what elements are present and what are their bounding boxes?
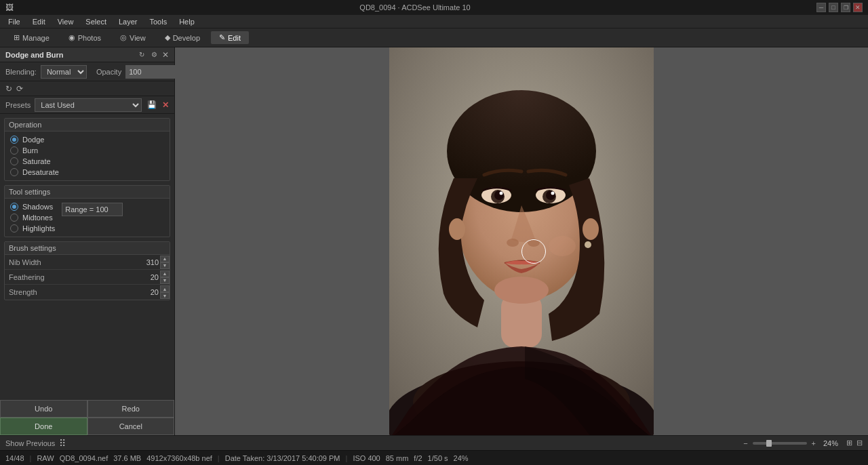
undo-button[interactable]: Undo	[0, 400, 87, 418]
done-cancel-row: Done Cancel	[0, 418, 174, 435]
blending-label: Blending:	[5, 68, 37, 76]
radio-highlights-circle[interactable]	[10, 224, 18, 232]
titlebar: 🖼 QD8_0094 · ACDSee Ultimate 10 ─ □ ❐ ✕	[0, 0, 868, 15]
strength-up[interactable]: ▲	[160, 285, 170, 292]
radio-shadows[interactable]: Shadows	[10, 203, 55, 211]
menu-select[interactable]: Select	[80, 16, 112, 27]
panel-settings-button[interactable]: ⚙	[149, 50, 159, 59]
svg-point-19	[494, 277, 549, 304]
show-previous-dots[interactable]: ⠿	[59, 438, 66, 449]
radio-desaturate[interactable]: Desaturate	[10, 168, 164, 176]
menu-tools[interactable]: Tools	[144, 16, 172, 27]
menu-file[interactable]: File	[3, 16, 26, 27]
statusbar: 14/48 | RAW QD8_0094.nef 37.6 MB 4912x73…	[0, 450, 868, 465]
opacity-value: 100	[129, 68, 141, 76]
radio-shadows-label: Shadows	[22, 203, 53, 211]
feathering-down[interactable]: ▼	[160, 277, 170, 284]
opacity-label: Opacity	[96, 68, 121, 76]
panel-close-button[interactable]: ✕	[162, 50, 169, 60]
brush-strength-row: Strength 20 ▲ ▼	[5, 285, 170, 300]
maximize-button[interactable]: □	[829, 3, 838, 12]
radio-saturate-circle[interactable]	[10, 157, 18, 165]
nib-width-down[interactable]: ▼	[160, 262, 170, 269]
status-shutter: 1/50 s	[428, 454, 448, 462]
minimize-button[interactable]: ─	[816, 3, 826, 12]
radio-desaturate-circle[interactable]	[10, 168, 18, 176]
presets-select[interactable]: Last Used Default	[35, 98, 142, 112]
menu-help[interactable]: Help	[174, 16, 200, 27]
svg-point-17	[528, 239, 540, 247]
zoom-controls: − + 24% ⊞ ⊟	[741, 439, 863, 448]
photo-background	[175, 47, 868, 435]
range-input[interactable]	[62, 203, 123, 216]
done-button[interactable]: Done	[0, 418, 87, 435]
menu-view[interactable]: View	[52, 16, 79, 27]
radio-dodge-circle[interactable]	[10, 136, 18, 144]
undo-redo-row: Undo Redo	[0, 400, 174, 418]
brush-feathering-row: Feathering 20 ▲ ▼	[5, 270, 170, 285]
radio-dodge-label: Dodge	[22, 136, 44, 144]
brush-feathering-value: 20	[136, 273, 160, 281]
status-date: Date Taken: 3/13/2017 5:40:09 PM	[225, 454, 340, 462]
radio-highlights[interactable]: Highlights	[10, 224, 55, 232]
zoom-minus-button[interactable]: −	[741, 439, 749, 448]
status-iso: ISO 400	[353, 454, 380, 462]
radio-midtones[interactable]: Midtones	[10, 214, 55, 222]
radio-midtones-circle[interactable]	[10, 214, 18, 222]
feathering-up[interactable]: ▲	[160, 270, 170, 277]
radio-burn[interactable]: Burn	[10, 146, 164, 155]
radio-desaturate-label: Desaturate	[22, 168, 59, 176]
tab-manage-label: Manage	[22, 34, 50, 42]
menu-edit[interactable]: Edit	[27, 16, 51, 27]
refresh-icon[interactable]: ↻	[5, 84, 12, 94]
zoom-plus-button[interactable]: +	[810, 439, 818, 448]
menu-layer[interactable]: Layer	[113, 16, 143, 27]
status-focal: 85 mm	[386, 454, 409, 462]
brush-strength-value: 20	[136, 288, 160, 296]
restore-button[interactable]: ❐	[841, 3, 850, 12]
radio-saturate[interactable]: Saturate	[10, 157, 164, 165]
view-icon: ◎	[120, 33, 127, 42]
zoom-fit-icon[interactable]: ⊞	[846, 439, 852, 447]
tab-develop[interactable]: ◆ Develop	[157, 31, 208, 44]
tab-edit-label: Edit	[228, 34, 241, 42]
tab-photos[interactable]: ◉ Photos	[60, 31, 109, 44]
status-aperture: f/2	[414, 454, 422, 462]
redo-button[interactable]: Redo	[87, 400, 175, 418]
brush-nib-width-row: Nib Width 310 ▲ ▼	[5, 255, 170, 270]
show-previous-button[interactable]: Show Previous	[5, 439, 55, 447]
menubar: File Edit View Select Layer Tools Help	[0, 15, 868, 28]
radio-dodge[interactable]: Dodge	[10, 136, 164, 144]
close-button[interactable]: ✕	[853, 3, 863, 12]
presets-bar: Presets Last Used Default 💾 ✕	[0, 96, 174, 114]
reset-icon[interactable]: ⟳	[16, 84, 23, 94]
icon-row: ↻ ⟳	[0, 81, 174, 96]
svg-point-10	[494, 190, 504, 200]
image-area[interactable]	[175, 47, 868, 435]
svg-point-11	[500, 191, 503, 195]
preset-save-icon[interactable]: 💾	[146, 100, 158, 110]
tab-photos-label: Photos	[78, 34, 101, 42]
radio-shadows-circle[interactable]	[10, 203, 18, 211]
zoom-actual-icon[interactable]: ⊟	[856, 439, 863, 447]
portrait-image	[389, 47, 654, 435]
radio-burn-circle[interactable]	[10, 146, 18, 155]
tab-develop-label: Develop	[173, 34, 200, 42]
preset-delete-icon[interactable]: ✕	[162, 100, 169, 110]
window-title: QD8_0094 · ACDSee Ultimate 10	[14, 3, 816, 12]
tab-edit[interactable]: ✎ Edit	[211, 31, 249, 44]
tab-manage[interactable]: ⊞ Manage	[5, 31, 58, 44]
brush-strength-label: Strength	[5, 288, 136, 296]
tool-radio-group: Shadows Midtones Highlights	[10, 203, 55, 232]
strength-down[interactable]: ▼	[160, 292, 170, 299]
panel-title: Dodge and Burn	[5, 51, 64, 59]
tab-view[interactable]: ◎ View	[112, 31, 154, 44]
app-icon: 🖼	[5, 3, 14, 12]
nib-width-up[interactable]: ▲	[160, 256, 170, 262]
cancel-button[interactable]: Cancel	[87, 418, 175, 435]
status-zoom: 24%	[454, 454, 469, 462]
zoom-slider[interactable]	[753, 442, 807, 445]
blending-select[interactable]: Normal Multiply Screen	[41, 65, 87, 79]
panel-refresh-button[interactable]: ↻	[137, 50, 146, 59]
develop-icon: ◆	[165, 33, 170, 42]
